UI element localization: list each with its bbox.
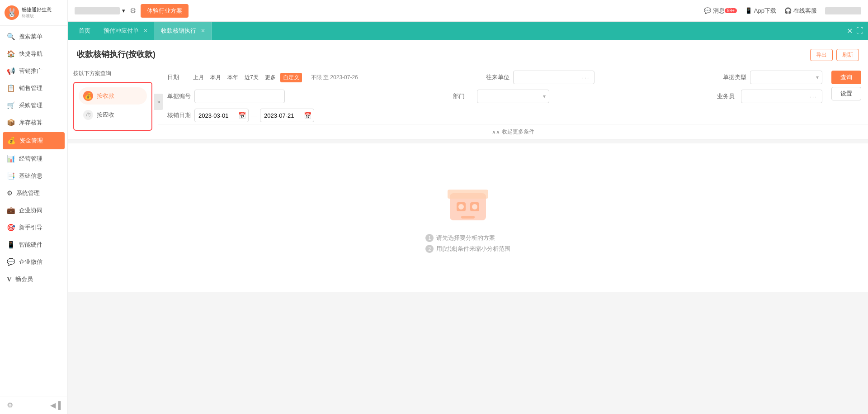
- date-field: 日期 上月 本月 本年 近7天 更多 自定义: [167, 73, 302, 82]
- sidebar-item-guide[interactable]: 🎯 新手引导: [0, 219, 67, 236]
- industry-btn[interactable]: 体验行业方案: [141, 4, 189, 18]
- counterparty-input[interactable]: ···: [513, 71, 594, 84]
- voucher-no-input[interactable]: [194, 90, 285, 103]
- sidebar-item-label: 快捷导航: [19, 50, 42, 58]
- filter-left-panel: 按以下方案查询 💰 按收款 ⏱ 按应收 »: [68, 64, 158, 139]
- page-toolbar: 导出 刷新: [810, 46, 859, 64]
- app-download-btn[interactable]: 📱 App下载: [745, 7, 776, 15]
- logo-icon: 🐰: [5, 5, 19, 20]
- calendar-end-icon[interactable]: 📅: [304, 112, 311, 119]
- sidebar-item-label: 新手引导: [19, 224, 42, 232]
- department-select[interactable]: [477, 90, 549, 103]
- home-icon: 🏠: [7, 50, 15, 58]
- logo-badge: 标准版: [22, 13, 52, 19]
- filter-option-by-receipt-label: 按收款: [97, 92, 114, 100]
- online-service-btn[interactable]: 🎧 在线客服: [784, 7, 817, 15]
- empty-hint-2: 2 用[过滤]条件来缩小分析范围: [425, 245, 510, 253]
- sidebar-item-label: 资金管理: [19, 137, 43, 145]
- date-this-year[interactable]: 本年: [226, 73, 240, 82]
- finance-icon: 💰: [7, 137, 16, 145]
- filter-option-by-receivable[interactable]: ⏱ 按应收: [79, 106, 147, 124]
- company-selector[interactable]: ▾: [75, 7, 125, 14]
- tab-home-label: 首页: [79, 27, 90, 35]
- sidebar-item-label: 库存核算: [19, 119, 42, 127]
- voucher-type-select[interactable]: [750, 71, 822, 84]
- sidebar-item-finance[interactable]: 💰 资金管理: [3, 132, 65, 149]
- filter-right-wrap: 日期 上月 本月 本年 近7天 更多 自定义: [158, 64, 868, 139]
- gear-icon[interactable]: ⚙: [130, 6, 136, 15]
- online-service-label: 在线客服: [793, 7, 817, 15]
- sidebar-item-inventory[interactable]: 📦 库存核算: [0, 114, 67, 131]
- page-title: 收款核销执行(按收款): [77, 49, 156, 60]
- filter-row-verif: 核销日期 📅 —: [167, 109, 822, 122]
- svg-point-4: [458, 204, 464, 209]
- sidebar-item-label: 采购管理: [19, 101, 42, 109]
- sidebar-item-purchase[interactable]: 🛒 采购管理: [0, 97, 67, 114]
- topbar-left: ▾ ⚙ 体验行业方案: [75, 4, 189, 18]
- sidebar-item-wechat[interactable]: 💬 企业微信: [0, 253, 67, 271]
- refresh-btn[interactable]: 刷新: [836, 49, 859, 61]
- voucher-no-label: 单据编号: [167, 92, 191, 100]
- page-header: 收款核销执行(按收款) 导出 刷新: [68, 40, 868, 64]
- member-icon: V: [7, 276, 12, 283]
- sidebar-item-label: 智能硬件: [19, 241, 42, 249]
- sidebar-item-basic-info[interactable]: 📑 基础信息: [0, 167, 67, 185]
- setting-btn[interactable]: 设置: [831, 87, 861, 100]
- filter-section: 按以下方案查询 💰 按收款 ⏱ 按应收 »: [68, 64, 868, 140]
- sidebar-item-operations[interactable]: 📊 经营管理: [0, 150, 67, 167]
- sidebar-item-sales[interactable]: 📋 销售管理: [0, 80, 67, 97]
- filter-form: 日期 上月 本月 本年 近7天 更多 自定义: [158, 64, 831, 122]
- date-more[interactable]: 更多: [263, 73, 278, 82]
- verif-date-start-wrap: 📅: [194, 109, 249, 122]
- collapse-panel-btn[interactable]: »: [154, 94, 163, 110]
- receivable-icon: ⏱: [83, 110, 93, 120]
- date-last-month[interactable]: 上月: [191, 73, 206, 82]
- sales-icon: 📋: [7, 84, 15, 92]
- salesperson-input[interactable]: ···: [741, 90, 822, 103]
- tab-collection-close[interactable]: ✕: [201, 28, 205, 34]
- sidebar-item-label: 搜索菜单: [19, 33, 42, 41]
- collapse-sidebar-icon[interactable]: ◀▐: [50, 401, 61, 409]
- sidebar-item-system[interactable]: ⚙ 系统管理: [0, 185, 67, 202]
- filter-row-1: 日期 上月 本月 本年 近7天 更多 自定义: [167, 71, 822, 84]
- sidebar-item-hardware[interactable]: 📱 智能硬件: [0, 236, 67, 253]
- expand-tab-icon[interactable]: ⛶: [856, 27, 863, 35]
- sidebar-item-label: 营销推广: [19, 67, 42, 75]
- user-avatar[interactable]: [825, 7, 861, 14]
- empty-hint-1: 1 请先选择要分析的方案: [425, 234, 510, 242]
- filter-option-by-receipt[interactable]: 💰 按收款: [79, 87, 147, 105]
- sidebar-item-member[interactable]: V 畅会员: [0, 271, 67, 288]
- date-no-limit-text: 不限 至 2023-07-26: [311, 74, 358, 81]
- sidebar-item-label: 畅会员: [15, 275, 33, 283]
- sidebar-item-collab[interactable]: 💼 企业协同: [0, 202, 67, 219]
- guide-icon: 🎯: [7, 224, 15, 232]
- close-tab-icon[interactable]: ✕: [847, 27, 853, 35]
- messages-btn[interactable]: 💬 消息 99+: [704, 7, 737, 15]
- logo: 🐰 畅捷通好生意 标准版: [0, 0, 67, 26]
- tab-home[interactable]: 首页: [72, 22, 97, 40]
- calendar-start-icon[interactable]: 📅: [238, 112, 246, 119]
- settings-icon[interactable]: ⚙: [7, 401, 13, 409]
- phone-icon: 📱: [745, 7, 752, 14]
- filter-panel-title: 按以下方案查询: [73, 70, 152, 77]
- sidebar-item-search[interactable]: 🔍 搜索菜单: [0, 28, 67, 45]
- tab-prepay[interactable]: 预付冲应付单 ✕: [97, 22, 155, 40]
- tab-prepay-close[interactable]: ✕: [143, 28, 148, 34]
- sidebar-item-nav[interactable]: 🏠 快捷导航: [0, 45, 67, 62]
- date-7days[interactable]: 近7天: [243, 73, 260, 82]
- export-btn[interactable]: 导出: [810, 49, 833, 61]
- tab-collection-label: 收款核销执行: [161, 27, 196, 35]
- collapse-more-btn[interactable]: ∧∧ 收起更多条件: [158, 124, 868, 139]
- basic-info-icon: 📑: [7, 172, 15, 180]
- sidebar-item-marketing[interactable]: 📢 营销推广: [0, 62, 67, 80]
- date-this-month[interactable]: 本月: [208, 73, 223, 82]
- filter-row-2: 单据编号 部门: [167, 90, 822, 103]
- date-custom[interactable]: 自定义: [280, 73, 302, 82]
- tab-collection[interactable]: 收款核销执行 ✕: [155, 22, 212, 40]
- voucher-type-field: 单据类型 ▾: [723, 71, 822, 84]
- date-quick-btns: 上月 本月 本年 近7天 更多 自定义: [191, 73, 302, 82]
- department-select-wrap: ▾: [477, 90, 549, 103]
- app-download-label: App下载: [754, 7, 776, 15]
- svg-rect-1: [448, 190, 488, 199]
- query-btn[interactable]: 查询: [831, 71, 861, 84]
